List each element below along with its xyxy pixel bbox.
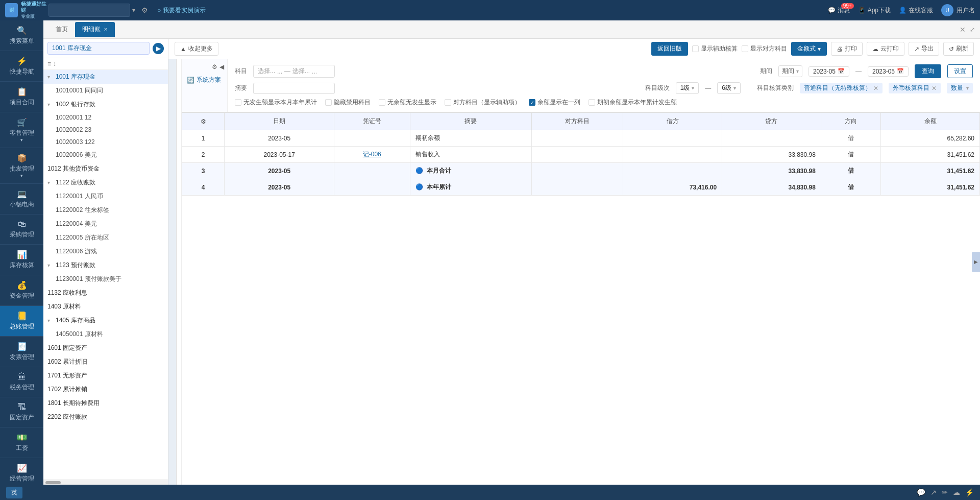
tree-item-11230001[interactable]: 11230001 预付账款美于	[43, 272, 168, 286]
tree-item-11220001[interactable]: 11220001 人民币	[43, 189, 168, 203]
account-nav-forward-btn[interactable]: ▶	[153, 43, 164, 54]
chk-opening-ytd[interactable]: 期初余额显示本年累计发生额	[589, 98, 677, 107]
settings-btn[interactable]: 设置	[947, 64, 973, 78]
demo-link[interactable]: ○ 我要看实例演示	[157, 6, 206, 15]
tree-item-10020001[interactable]: 10020001 12	[43, 111, 168, 124]
app-download-btn[interactable]: 📱 App下载	[858, 6, 891, 15]
assist-calc-checkbox[interactable]: 显示辅助核算	[692, 44, 738, 53]
sort-icon[interactable]: ↕	[53, 60, 56, 67]
chk-contra-assist[interactable]: 对方科目（显示辅助项）	[445, 98, 521, 107]
window-expand-btn[interactable]: ⤢	[970, 26, 975, 34]
level-to-select[interactable]: 6级 ▾	[717, 82, 741, 94]
status-icon-cloud[interactable]: ☁	[953, 488, 960, 496]
lang-switch-btn[interactable]: 英	[6, 487, 22, 498]
status-icon-edit[interactable]: ✏	[942, 488, 948, 496]
tag-foreign-close[interactable]: ✕	[932, 85, 937, 92]
chk-hide-disabled[interactable]: 隐藏禁用科目	[325, 98, 371, 107]
tree-item-10020002[interactable]: 10020002 23	[43, 124, 168, 136]
amount-style-btn[interactable]: 金额式 ▾	[791, 42, 827, 56]
sidebar-item-search[interactable]: 🔍 搜索菜单	[0, 20, 43, 51]
sidebar-item-operations[interactable]: 📈 经营管理	[0, 458, 43, 485]
tab-home[interactable]: 首页	[48, 22, 75, 37]
tree-item-10020006[interactable]: 10020006 美元	[43, 148, 168, 162]
tree-item-1002[interactable]: ▾ 1002 银行存款	[43, 98, 168, 111]
tab-close-icon[interactable]: ✕	[104, 27, 108, 32]
refresh-btn[interactable]: ↺ 刷新	[943, 42, 974, 56]
chk-balance-col[interactable]: ✓ 余额显示在一列	[529, 98, 580, 107]
message-btn[interactable]: 💬 消息 99+	[828, 6, 850, 15]
top-search[interactable]	[48, 4, 130, 17]
tree-item-2202[interactable]: 2202 应付账款	[43, 410, 168, 424]
panel-collapse-right-btn[interactable]: ▶	[972, 252, 980, 272]
sidebar-item-salary[interactable]: 💵 工资	[0, 427, 43, 458]
sidebar-item-inventory[interactable]: 📊 库存核算	[0, 245, 43, 275]
tab-detail-ledger[interactable]: 明细账 ✕	[75, 22, 115, 37]
cloud-print-btn[interactable]: ☁ 云打印	[867, 42, 904, 56]
sidebar-item-project[interactable]: 📋 项目合同	[0, 82, 43, 112]
tree-item-1601[interactable]: 1601 固定资产	[43, 341, 168, 355]
period-type-select[interactable]: 期间 ▾	[778, 65, 802, 77]
tag-quantity[interactable]: 数量 ▾	[947, 83, 973, 93]
tree-item-10010001[interactable]: 10010001 同同同	[43, 84, 168, 98]
sidebar-item-purchase[interactable]: 🛍 采购管理	[0, 215, 43, 245]
tree-item-14050001[interactable]: 14050001 原材料	[43, 327, 168, 341]
tree-item-1602[interactable]: 1602 累计折旧	[43, 355, 168, 369]
print-btn[interactable]: 🖨 打印	[831, 42, 863, 56]
sidebar-item-retail[interactable]: 🛒 零售管理 ▾	[0, 112, 43, 148]
sidebar-item-wholesale[interactable]: 📦 批发管理 ▾	[0, 148, 43, 184]
tree-item-1012[interactable]: 1012 其他货币资金	[43, 162, 168, 176]
sidebar-item-invoice[interactable]: 🧾 发票管理	[0, 337, 43, 367]
online-service-btn[interactable]: 👤 在线客服	[899, 6, 933, 15]
chk-no-balance[interactable]: 无余额无发生显示	[379, 98, 436, 107]
voucher-link[interactable]: 记-006	[363, 151, 381, 158]
summary-input[interactable]	[253, 83, 335, 94]
tree-item-1132[interactable]: 1132 应收利息	[43, 286, 168, 300]
contra-subject-checkbox[interactable]: 显示对方科目	[742, 44, 787, 53]
period-from-input[interactable]: 2023-05 📅	[808, 66, 849, 77]
export-btn[interactable]: ↗ 导出	[909, 42, 939, 56]
tag-foreign[interactable]: 外币核算科目 ✕	[889, 83, 941, 93]
subject-input-group[interactable]: 选择... ... — 选择... ...	[253, 65, 335, 78]
tree-item-11220004[interactable]: 11220004 美元	[43, 217, 168, 231]
settings-icon[interactable]: ⚙	[141, 6, 148, 14]
tag-ordinary[interactable]: 普通科目（无特殊核算） ✕	[800, 83, 883, 93]
tree-item-10020003[interactable]: 10020003 122	[43, 136, 168, 148]
tree-item-1801[interactable]: 1801 长期待摊费用	[43, 396, 168, 410]
tree-item-1702[interactable]: 1702 累计摊销	[43, 383, 168, 396]
scheme-settings-icon[interactable]: ⚙	[212, 63, 217, 70]
tree-item-1403[interactable]: 1403 原材料	[43, 300, 168, 314]
sidebar-item-ecommerce[interactable]: 💻 小畅电商	[0, 184, 43, 215]
window-close-btn[interactable]: ✕	[960, 26, 966, 34]
system-scheme-item[interactable]: 🔄 系统方案	[182, 73, 227, 87]
sidebar-item-assets[interactable]: 🏗 固定资产	[0, 397, 43, 427]
sidebar-item-capital[interactable]: 💰 资金管理	[0, 275, 43, 306]
period-to-input[interactable]: 2023-05 📅	[868, 66, 909, 77]
col-settings[interactable]: ⚙	[182, 113, 225, 130]
sidebar-item-ledger[interactable]: 📒 总账管理	[0, 306, 43, 337]
search-dropdown-arrow[interactable]: ▾	[132, 7, 135, 14]
tree-item-1405[interactable]: ▾ 1405 库存商品	[43, 314, 168, 327]
level-from-select[interactable]: 1级 ▾	[676, 82, 699, 94]
tree-item-11220006[interactable]: 11220006 游戏	[43, 245, 168, 258]
back-old-btn[interactable]: 返回旧版	[651, 42, 688, 56]
sidebar-item-tax[interactable]: 🏛 税务管理	[0, 367, 43, 397]
collapse-more-btn[interactable]: ▲ 收起更多	[175, 42, 218, 56]
tree-item-1701[interactable]: 1701 无形资产	[43, 369, 168, 383]
tree-item-1122[interactable]: ▾ 1122 应收账款	[43, 176, 168, 189]
tree-item-11220002[interactable]: 11220002 往来标签	[43, 203, 168, 217]
account-scrollbar[interactable]	[43, 480, 168, 485]
tree-item-1001[interactable]: ▾ 1001 库存现金	[43, 70, 168, 84]
chk-no-amount[interactable]: 无发生额显示本月本年累计	[235, 98, 317, 107]
query-btn[interactable]: 查询	[915, 64, 941, 78]
status-icon-link[interactable]: ↗	[930, 488, 937, 496]
list-view-icon[interactable]: ≡	[47, 60, 51, 67]
account-selector[interactable]: 1001 库存现金	[47, 42, 150, 55]
tree-item-1123[interactable]: ▾ 1123 预付账款	[43, 258, 168, 272]
tree-item-11220005[interactable]: 11220005 所在地区	[43, 231, 168, 245]
status-icon-flash[interactable]: ⚡	[965, 488, 974, 496]
status-icon-chat[interactable]: 💬	[917, 488, 925, 496]
scheme-collapse-icon[interactable]: ◀	[219, 63, 224, 70]
sidebar-item-quicknav[interactable]: ⚡ 快捷导航	[0, 51, 43, 82]
user-menu[interactable]: U 用户名	[941, 4, 975, 16]
tag-ordinary-close[interactable]: ✕	[873, 85, 878, 92]
